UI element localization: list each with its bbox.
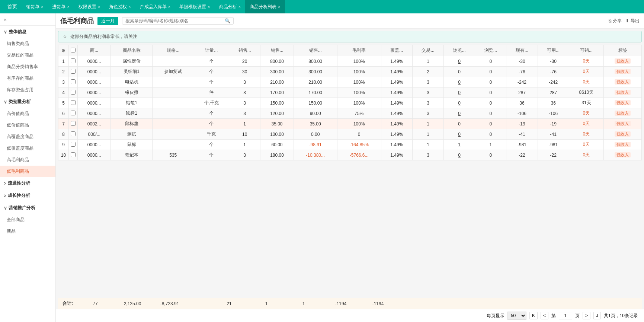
col-sale2[interactable]: 销售...	[260, 45, 294, 56]
col-name[interactable]: 商品名称	[111, 45, 153, 56]
row-select-checkbox[interactable]	[71, 69, 76, 74]
nav-home[interactable]: 首页	[3, 0, 22, 13]
row-checkbox[interactable]	[69, 98, 78, 108]
row-checkbox[interactable]	[69, 129, 78, 140]
col-code[interactable]: 商...	[78, 45, 111, 56]
share-button[interactable]: ⎘ 分享	[609, 18, 622, 24]
search-icon[interactable]: 🔍	[225, 18, 230, 23]
row-view1[interactable]: 0	[444, 150, 475, 160]
col-gross[interactable]: 毛利率	[337, 45, 381, 56]
close-icon[interactable]: ×	[168, 4, 170, 9]
row-checkbox[interactable]	[69, 119, 78, 129]
row-select-checkbox[interactable]	[71, 100, 76, 105]
sidebar-group-liquidity[interactable]: > 流通性分析	[0, 177, 55, 189]
col-sale1[interactable]: 销售...	[229, 45, 260, 56]
nav-product-analysis[interactable]: 商品分析 ×	[215, 0, 245, 13]
last-page-button[interactable]: J	[593, 312, 601, 319]
sidebar-item-high-value[interactable]: 高价值商品	[0, 108, 55, 119]
sidebar-item-stock-capital[interactable]: 库存资金占用	[0, 84, 55, 96]
sidebar-group-category-analysis[interactable]: ∨ 类别量分析	[0, 96, 55, 108]
page-number-input[interactable]	[559, 312, 572, 319]
sidebar-group-general[interactable]: ∨ 整体信息	[0, 26, 55, 38]
row-view1[interactable]: 0	[444, 108, 475, 119]
row-select-checkbox[interactable]	[71, 152, 76, 157]
export-button[interactable]: ⬆ 导出	[625, 18, 640, 24]
select-all-checkbox[interactable]	[71, 48, 76, 52]
sidebar-item-low-coverage[interactable]: 低覆盖度商品	[0, 143, 55, 154]
nav-product-analysis-list[interactable]: 商品分析列表 ×	[245, 0, 285, 13]
row-view1[interactable]: 0	[444, 98, 475, 108]
row-select-checkbox[interactable]	[71, 58, 76, 63]
row-select-checkbox[interactable]	[71, 111, 76, 115]
col-settings[interactable]: ⚙	[58, 45, 69, 56]
nav-purchase[interactable]: 进货单 ×	[48, 0, 74, 13]
close-icon[interactable]: ×	[128, 4, 131, 9]
row-view1[interactable]: 0	[444, 119, 475, 129]
table-row: 5 0000... 铅笔1 个,千克 3 150.00 150.00 100% …	[58, 98, 642, 108]
sidebar-item-sales-products[interactable]: 销售类商品	[0, 38, 55, 50]
sidebar-item-low-value[interactable]: 低价值商品	[0, 119, 55, 131]
nav-sales[interactable]: 销货单 ×	[22, 0, 48, 13]
close-icon[interactable]: ×	[238, 4, 241, 9]
sidebar-group-growth[interactable]: > 成长性分析	[0, 189, 55, 202]
close-icon[interactable]: ×	[67, 4, 69, 9]
nav-template-settings[interactable]: 单据模板设置 ×	[175, 0, 214, 13]
sidebar-group-marketing[interactable]: ∨ 营销推广分析	[0, 202, 55, 214]
prev-page-button[interactable]: <	[541, 312, 548, 319]
date-filter-button[interactable]: 近一月	[97, 17, 118, 25]
row-checkbox[interactable]	[69, 108, 78, 119]
sidebar-item-new-products[interactable]: 新品	[0, 226, 55, 237]
close-icon[interactable]: ×	[98, 4, 100, 9]
row-view1[interactable]: 0	[444, 77, 475, 87]
per-page-select[interactable]: 50 100 200	[507, 312, 526, 320]
col-view2[interactable]: 浏览...	[475, 45, 506, 56]
col-sale3[interactable]: 销售...	[294, 45, 337, 56]
row-available: -19	[538, 119, 569, 129]
row-checkbox[interactable]	[69, 67, 78, 77]
close-icon[interactable]: ×	[208, 4, 210, 9]
col-available[interactable]: 可用...	[538, 45, 569, 56]
close-icon[interactable]: ×	[278, 4, 280, 9]
table-container[interactable]: ⚙ 商... 商品名称 规格... 计量... 销售... 销售... 销售..…	[56, 45, 644, 298]
row-checkbox[interactable]	[69, 87, 78, 98]
row-view1[interactable]: 0	[444, 67, 475, 77]
sidebar-item-category-sales-rate[interactable]: 商品分类销售率	[0, 61, 55, 73]
sidebar-item-all-products[interactable]: 全部商品	[0, 214, 55, 226]
col-unit[interactable]: 计量...	[194, 45, 229, 56]
col-tag[interactable]: 标签	[604, 45, 642, 56]
col-checkbox-all[interactable]	[69, 45, 78, 56]
nav-roles[interactable]: 角色授权 ×	[105, 0, 135, 13]
row-view1[interactable]: 0	[444, 56, 475, 67]
first-page-button[interactable]: K	[529, 312, 538, 319]
row-select-checkbox[interactable]	[71, 79, 76, 84]
nav-product-entry[interactable]: 产成品入库单 ×	[135, 0, 175, 13]
sidebar-item-traded-products[interactable]: 交易过的商品	[0, 50, 55, 61]
footer-label: 合计:	[63, 300, 73, 307]
close-icon[interactable]: ×	[41, 4, 43, 9]
row-view1[interactable]: 0	[444, 129, 475, 140]
row-checkbox[interactable]	[69, 56, 78, 67]
row-checkbox[interactable]	[69, 77, 78, 87]
row-select-checkbox[interactable]	[71, 90, 76, 95]
sidebar-item-high-margin[interactable]: 高毛利商品	[0, 154, 55, 166]
next-page-button[interactable]: >	[583, 312, 590, 319]
col-trade[interactable]: 交易...	[412, 45, 443, 56]
row-checkbox[interactable]	[69, 140, 78, 150]
sidebar-item-high-coverage[interactable]: 高覆盖度商品	[0, 131, 55, 143]
sidebar-item-low-margin[interactable]: 低毛利商品	[0, 166, 55, 177]
row-view1[interactable]: 0	[444, 87, 475, 98]
row-view1[interactable]: 1	[444, 140, 475, 150]
row-select-checkbox[interactable]	[71, 142, 76, 147]
sidebar-item-in-stock-products[interactable]: 有库存的商品	[0, 73, 55, 84]
row-select-checkbox[interactable]	[71, 131, 76, 136]
nav-permissions[interactable]: 权限设置 ×	[74, 0, 105, 13]
search-input[interactable]	[125, 18, 225, 23]
row-select-checkbox[interactable]	[71, 121, 76, 126]
row-checkbox[interactable]	[69, 150, 78, 160]
col-spec[interactable]: 规格...	[152, 45, 194, 56]
col-saleable[interactable]: 可销...	[569, 45, 603, 56]
col-coverage[interactable]: 覆盖...	[381, 45, 412, 56]
collapse-button[interactable]: «	[4, 16, 7, 22]
col-view1[interactable]: 浏览...	[444, 45, 475, 56]
col-stock[interactable]: 现有...	[506, 45, 538, 56]
